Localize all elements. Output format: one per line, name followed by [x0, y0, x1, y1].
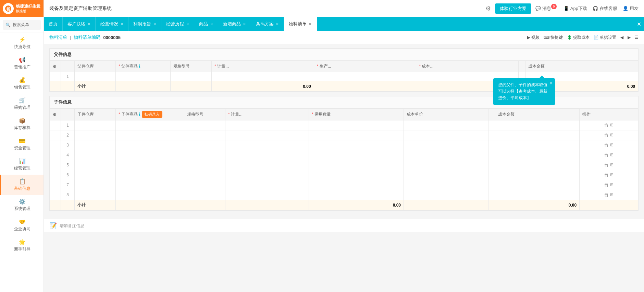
child-row-unit[interactable] [225, 120, 302, 130]
delete-row-icon[interactable]: 🗑 [604, 172, 609, 178]
child-row-quantity[interactable] [309, 150, 404, 160]
parent-row-production[interactable] [314, 72, 416, 81]
child-row-goods[interactable] [116, 150, 184, 160]
child-row-quantity[interactable] [309, 130, 404, 140]
child-row-unit-price[interactable] [404, 160, 488, 170]
child-row-goods[interactable] [116, 170, 184, 180]
tab-close-operation-status[interactable]: ✕ [120, 22, 123, 26]
copy-row-icon[interactable]: ⊞ [610, 192, 614, 198]
view-video-button[interactable]: ▶ 视频 [527, 35, 540, 40]
child-row-warehouse[interactable] [75, 150, 116, 160]
child-row-quantity[interactable] [309, 170, 404, 180]
sidebar-item-marketing[interactable]: 📢 营销推广 [0, 53, 44, 73]
tab-operation-history[interactable]: 经营历程 ✕ [161, 17, 194, 31]
child-row-quantity[interactable] [309, 180, 404, 190]
shortcut-button[interactable]: ⌨ 快捷键 [544, 35, 563, 40]
sidebar-item-inventory[interactable]: 📦 库存核算 [0, 114, 44, 134]
child-row-warehouse[interactable] [75, 190, 116, 200]
copy-row-icon[interactable]: ⊞ [610, 152, 614, 158]
tab-profit-report[interactable]: 利润报告 ✕ [128, 17, 161, 31]
child-row-unit-price[interactable] [404, 140, 488, 150]
child-row-quantity[interactable] [309, 190, 404, 200]
child-row-warehouse[interactable] [75, 120, 116, 130]
child-row-unit-price[interactable] [404, 170, 488, 180]
child-row-spec[interactable] [184, 130, 225, 140]
child-row-warehouse[interactable] [75, 180, 116, 190]
child-row-spec[interactable] [184, 120, 225, 130]
child-row-spec[interactable] [184, 190, 225, 200]
tab-close-barcode[interactable]: ✕ [276, 22, 279, 26]
delete-row-icon[interactable]: 🗑 [604, 142, 609, 148]
sidebar-item-purchase[interactable]: 🛒 采购管理 [0, 94, 44, 114]
tab-barcode[interactable]: 条码方案 ✕ [251, 17, 284, 31]
tab-operation-status[interactable]: 经营情况 ✕ [96, 17, 128, 31]
search-menu-button[interactable]: 🔍 搜索菜单 [3, 20, 41, 30]
delete-row-icon[interactable]: 🗑 [604, 192, 609, 198]
child-row-warehouse[interactable] [75, 140, 116, 150]
delete-row-icon[interactable]: 🗑 [604, 122, 609, 128]
child-row-unit[interactable] [225, 150, 302, 160]
copy-row-icon[interactable]: ⊞ [610, 172, 614, 178]
child-row-unit-price[interactable] [404, 150, 488, 160]
child-row-unit[interactable] [225, 130, 302, 140]
child-row-quantity[interactable] [309, 140, 404, 150]
extract-cost-button[interactable]: 💲 提取成本 [567, 35, 590, 40]
child-row-unit[interactable] [225, 140, 302, 150]
child-row-unit[interactable] [225, 180, 302, 190]
menu-button[interactable]: ☰ [635, 35, 639, 40]
tab-home[interactable]: 首页 [44, 17, 63, 31]
child-row-spec[interactable] [184, 150, 225, 160]
bottom-bar-hint[interactable]: 增加备注信息 [60, 223, 84, 229]
child-row-spec[interactable] [184, 180, 225, 190]
tab-close-operation-history[interactable]: ✕ [186, 22, 189, 26]
child-row-goods[interactable] [116, 130, 184, 140]
sidebar-item-basic[interactable]: 📋 基础信息 [0, 175, 44, 195]
child-row-goods[interactable] [116, 120, 184, 130]
parent-row-warehouse[interactable] [75, 72, 116, 81]
child-row-warehouse[interactable] [75, 130, 116, 140]
copy-row-icon[interactable]: ⊞ [610, 122, 614, 128]
child-row-goods[interactable] [116, 190, 184, 200]
sidebar-item-guide[interactable]: 🌟 新手引导 [0, 235, 44, 256]
tab-close-goods[interactable]: ✕ [210, 22, 213, 26]
nav-next-button[interactable]: ▶ [628, 35, 631, 40]
trial-button[interactable]: 体验行业方案 [495, 3, 531, 14]
child-row-goods[interactable] [116, 160, 184, 170]
scan-input-button[interactable]: 扫码录入 [142, 111, 162, 118]
user-button[interactable]: 👤 用友 [623, 5, 639, 12]
child-row-spec[interactable] [184, 170, 225, 180]
tab-close-bom[interactable]: ✕ [309, 22, 312, 26]
parent-row-goods[interactable] [116, 72, 171, 81]
tab-add-goods[interactable]: 新增商品 ✕ [218, 17, 251, 31]
tab-close-customer[interactable]: ✕ [87, 22, 90, 26]
child-row-unit-price[interactable] [404, 180, 488, 190]
copy-row-icon[interactable]: ⊞ [610, 162, 614, 168]
sidebar-item-sales[interactable]: 💰 销售管理 [0, 73, 44, 94]
child-row-quantity[interactable] [309, 160, 404, 170]
child-row-unit-price[interactable] [404, 130, 488, 140]
tab-close-profit-report[interactable]: ✕ [153, 22, 156, 26]
message-button[interactable]: 💬 消息 6 [535, 5, 558, 12]
child-row-warehouse[interactable] [75, 160, 116, 170]
child-row-unit[interactable] [225, 160, 302, 170]
child-row-goods[interactable] [116, 140, 184, 150]
tab-goods[interactable]: 商品 ✕ [194, 17, 218, 31]
child-row-goods[interactable] [116, 180, 184, 190]
tooltip-close-button[interactable]: × [550, 80, 552, 87]
online-service-button[interactable]: 🎧 在线客服 [593, 5, 617, 12]
app-download-button[interactable]: 📱 App下载 [564, 5, 587, 12]
copy-row-icon[interactable]: ⊞ [610, 132, 614, 138]
copy-row-icon[interactable]: ⊞ [610, 142, 614, 148]
child-row-unit-price[interactable] [404, 120, 488, 130]
close-all-tabs-button[interactable]: ✕ [637, 21, 641, 27]
child-row-quantity[interactable] [309, 120, 404, 130]
sidebar-item-quick-nav[interactable]: ⚡ 快捷导航 [0, 33, 44, 53]
child-row-warehouse[interactable] [75, 170, 116, 180]
delete-row-icon[interactable]: 🗑 [604, 162, 609, 168]
parent-row-unit[interactable] [212, 72, 314, 81]
tab-close-add-goods[interactable]: ✕ [243, 22, 246, 26]
sidebar-item-finance[interactable]: 💳 资金管理 [0, 134, 44, 154]
sidebar-item-system[interactable]: ⚙️ 系统管理 [0, 195, 44, 215]
delete-row-icon[interactable]: 🗑 [604, 152, 609, 158]
sidebar-item-cooperation[interactable]: 🤝 企业协同 [0, 215, 44, 235]
